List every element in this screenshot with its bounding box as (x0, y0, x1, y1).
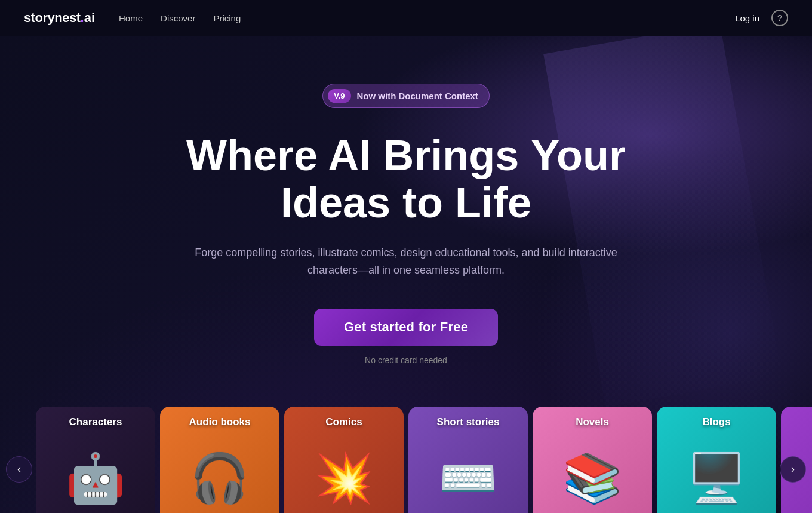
hero-title-part1: Where AI Brings (186, 131, 531, 179)
version-badge[interactable]: V.9 Now with Document Context (322, 84, 490, 108)
prev-arrow-icon: ‹ (17, 463, 21, 475)
card-label-shortstories: Short stories (408, 416, 528, 428)
hero-content: V.9 Now with Document Context Where AI B… (137, 84, 675, 395)
card-label-audiobooks: Audio books (160, 416, 279, 428)
card-label-comics: Comics (284, 416, 404, 428)
hero-title: Where AI Brings Your Ideas to Life (137, 132, 675, 226)
logo-ai: ai (84, 10, 95, 26)
carousel-section: ‹ Characters 🤖 Audio books 🎧 Comics 💥 Sh… (0, 407, 812, 513)
carousel-prev-button[interactable]: ‹ (6, 456, 32, 483)
navbar: storynest.ai Home Discover Pricing Log i… (0, 0, 812, 36)
nav-discover[interactable]: Discover (161, 13, 195, 23)
no-credit-text: No credit card needed (365, 355, 447, 365)
carousel-wrapper: ‹ Characters 🤖 Audio books 🎧 Comics 💥 Sh… (0, 407, 812, 513)
carousel-card-comics[interactable]: Comics 💥 (284, 407, 404, 513)
version-tag: V.9 (328, 89, 350, 103)
cta-button[interactable]: Get started for Free (314, 309, 498, 346)
card-label-characters: Characters (36, 416, 155, 428)
next-arrow-icon: › (791, 463, 795, 475)
card-label-blogs: Blogs (657, 416, 776, 428)
carousel-card-audiobooks[interactable]: Audio books 🎧 (160, 407, 279, 513)
carousel-card-shortstories[interactable]: Short stories ⌨️ (408, 407, 528, 513)
nav-links: Home Discover Pricing (119, 13, 735, 23)
logo[interactable]: storynest.ai (24, 10, 95, 26)
nav-pricing[interactable]: Pricing (213, 13, 241, 23)
carousel-card-novels[interactable]: Novels 📚 (533, 407, 652, 513)
card-label-novels: Novels (533, 416, 652, 428)
card-label-education: Education (781, 416, 812, 428)
hero-subtitle: Forge compelling stories, illustrate com… (191, 244, 621, 279)
carousel-track: Characters 🤖 Audio books 🎧 Comics 💥 Shor… (0, 407, 812, 513)
carousel-card-blogs[interactable]: Blogs 🖥️ (657, 407, 776, 513)
logo-text: storynest (24, 10, 81, 26)
nav-home[interactable]: Home (119, 13, 143, 23)
carousel-next-button[interactable]: › (780, 456, 806, 483)
carousel-card-characters[interactable]: Characters 🤖 (36, 407, 155, 513)
hero-section: V.9 Now with Document Context Where AI B… (0, 36, 812, 513)
help-icon[interactable]: ? (771, 10, 788, 26)
carousel-inner: Characters 🤖 Audio books 🎧 Comics 💥 Shor… (0, 407, 812, 513)
nav-right: Log in ? (735, 10, 788, 26)
login-button[interactable]: Log in (735, 13, 759, 23)
version-text: Now with Document Context (357, 91, 478, 101)
